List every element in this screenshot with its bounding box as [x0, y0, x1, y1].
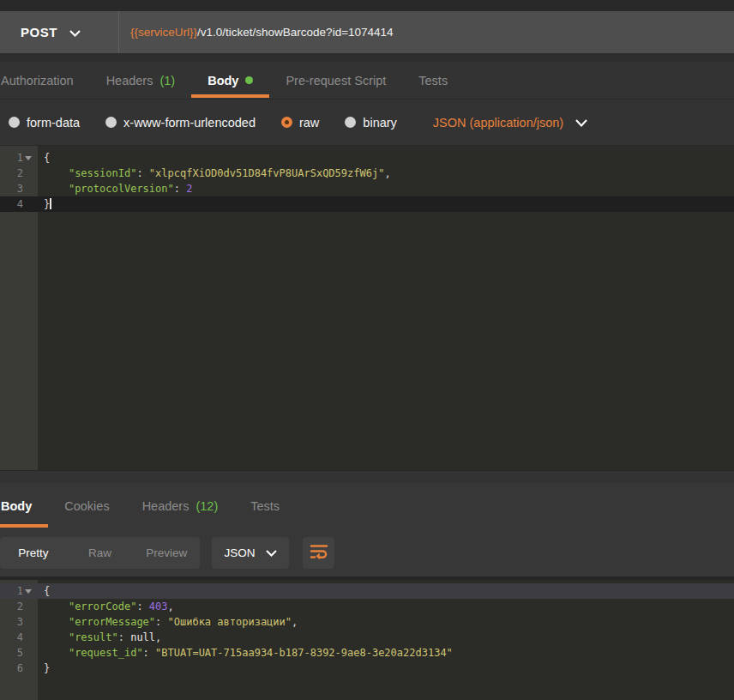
code-text: "sessionId": "xlpcqfXiOD0dv51D84fvP8UArS… — [38, 166, 391, 181]
code-line: 5 "request_id": "BTUAT=UAT-715aa934-b187… — [0, 645, 734, 661]
mode-binary[interactable]: binary — [345, 116, 397, 130]
response-tab-tests[interactable]: Tests — [234, 483, 296, 528]
wrap-lines-icon — [310, 542, 328, 563]
chevron-down-icon — [575, 115, 587, 130]
http-method-select[interactable]: POST — [0, 11, 119, 53]
code-text: "result": null, — [38, 630, 161, 645]
code-text: } — [38, 196, 51, 212]
code-line: 2 "sessionId": "xlpcqfXiOD0dv51D84fvP8UA… — [0, 166, 734, 181]
response-toolbar: Pretty Raw Preview JSON — [0, 528, 734, 576]
line-number: 2 — [0, 166, 38, 181]
line-number: 1 — [0, 583, 38, 599]
response-tabs: Body Cookies Headers (12) Tests — [0, 483, 734, 528]
active-tab-underline — [0, 524, 48, 528]
code-line: 4} — [0, 196, 734, 212]
line-number: 2 — [0, 599, 38, 614]
code-text: "errorCode": 403, — [38, 599, 174, 614]
radio-icon[interactable] — [9, 117, 20, 128]
active-tab-underline — [191, 94, 269, 98]
window-top-strip — [0, 0, 734, 11]
line-number: 4 — [0, 196, 38, 212]
tab-pre-request-script[interactable]: Pre-request Script — [269, 62, 402, 99]
mode-form-data[interactable]: form-data — [9, 116, 80, 130]
tab-tests[interactable]: Tests — [402, 62, 464, 99]
code-line: 1{ — [0, 150, 734, 166]
response-body-editor[interactable]: 1{2 "errorCode": 403,3 "errorMessage": "… — [0, 576, 734, 700]
code-text: "request_id": "BTUAT=UAT-715aa934-b187-8… — [38, 645, 453, 661]
code-line: 1{ — [0, 583, 734, 599]
url-input[interactable]: {{serviceUrl}}/v1.0/ticket/showBarcode?i… — [119, 11, 734, 53]
chevron-down-icon — [266, 546, 277, 559]
line-number: 1 — [0, 150, 38, 166]
radio-icon[interactable] — [345, 117, 356, 128]
line-number: 6 — [0, 661, 38, 676]
code-line: 4 "result": null, — [0, 630, 734, 645]
chevron-down-icon — [69, 25, 81, 40]
section-separator — [0, 470, 734, 483]
tab-body[interactable]: Body — [191, 62, 269, 99]
code-text: "protocolVersion": 2 — [38, 181, 192, 196]
code-text: { — [38, 150, 50, 166]
code-line: 3 "errorMessage": "Ошибка авторизации", — [0, 614, 734, 630]
line-number: 5 — [0, 645, 38, 661]
code-text: { — [38, 583, 50, 599]
green-dot-icon — [245, 76, 253, 84]
code-line: 2 "errorCode": 403, — [0, 599, 734, 614]
url-path: /v1.0/ticket/showBarcode?id=1074414 — [197, 26, 394, 39]
mode-raw[interactable]: raw — [281, 116, 319, 130]
code-text: } — [38, 661, 50, 676]
fold-caret-icon[interactable] — [25, 589, 32, 594]
view-raw-button[interactable]: Raw — [67, 546, 134, 559]
response-tab-body[interactable]: Body — [0, 483, 48, 528]
request-url-bar: POST {{serviceUrl}}/v1.0/ticket/showBarc… — [0, 11, 734, 53]
response-tab-cookies[interactable]: Cookies — [48, 483, 125, 528]
fold-caret-icon[interactable] — [25, 156, 32, 160]
request-body-editor[interactable]: 1{2 "sessionId": "xlpcqfXiOD0dv51D84fvP8… — [0, 146, 734, 470]
code-line: 3 "protocolVersion": 2 — [0, 181, 734, 196]
url-environment-variable: {{serviceUrl}} — [130, 26, 197, 39]
response-pane: Body Cookies Headers (12) Tests Pretty R… — [0, 483, 734, 576]
headers-count-badge: (12) — [196, 499, 218, 513]
spacer — [0, 53, 734, 62]
http-method-label: POST — [21, 25, 57, 39]
tab-headers[interactable]: Headers (1) — [90, 62, 192, 99]
wrap-lines-button[interactable] — [303, 537, 334, 569]
view-preview-button[interactable]: Preview — [133, 546, 200, 559]
headers-count-badge: (1) — [159, 74, 175, 88]
line-number: 4 — [0, 630, 38, 645]
radio-icon[interactable] — [105, 117, 117, 128]
body-mode-row: form-data x-www-form-urlencoded raw bina… — [0, 100, 734, 146]
request-tabs: Authorization Headers (1) Body Pre-reque… — [0, 62, 734, 100]
response-format-select[interactable]: JSON — [212, 537, 289, 569]
code-text: "errorMessage": "Ошибка авторизации", — [38, 614, 298, 630]
mode-x-www-form-urlencoded[interactable]: x-www-form-urlencoded — [105, 116, 256, 130]
text-cursor — [50, 198, 51, 209]
response-tab-headers[interactable]: Headers (12) — [126, 483, 235, 528]
content-type-select[interactable]: JSON (application/json) — [433, 115, 587, 130]
view-mode-group: Pretty Raw Preview — [0, 537, 200, 569]
view-pretty-button[interactable]: Pretty — [0, 546, 67, 559]
code-line: 6} — [0, 661, 734, 676]
line-number: 3 — [0, 181, 38, 196]
radio-selected-icon[interactable] — [281, 117, 292, 128]
tab-authorization[interactable]: Authorization — [0, 62, 90, 99]
line-number: 3 — [0, 614, 38, 630]
